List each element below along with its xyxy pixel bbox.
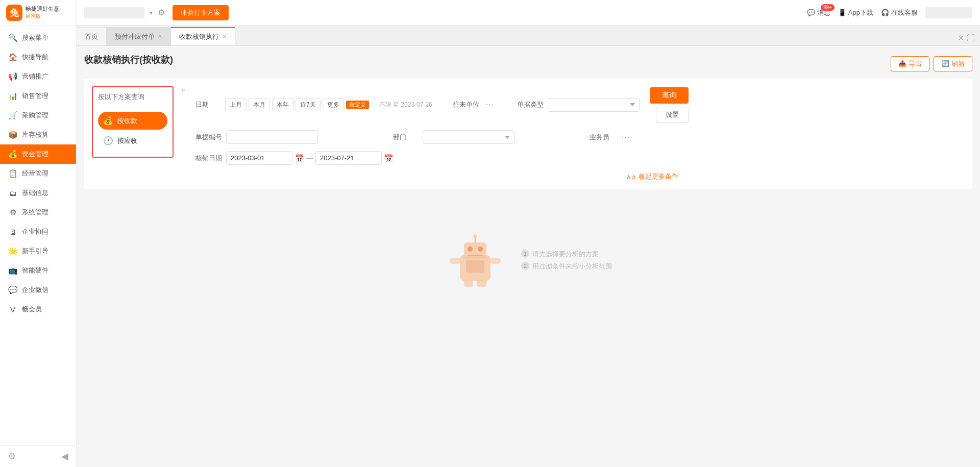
sidebar-item-system[interactable]: ⚙系统管理 bbox=[0, 203, 76, 222]
sidebar-label-inventory: 库存核算 bbox=[22, 130, 48, 139]
date-btn-last-month[interactable]: 上月 bbox=[225, 99, 247, 111]
sidebar-label-guide: 新手引导 bbox=[22, 247, 48, 256]
sidebar-item-hardware[interactable]: 📺智能硬件 bbox=[0, 261, 76, 280]
filter-receipt-icon: 💰 bbox=[103, 116, 113, 126]
export-button[interactable]: 📤 导出 bbox=[891, 56, 929, 71]
export-label: 导出 bbox=[909, 59, 922, 68]
tabbar-close-all[interactable]: ✕ bbox=[958, 33, 964, 43]
main-area: ▾ ⚙ 体验行业方案 💬 消息 99+ 📱 App下载 🎧 在线客服 首页 bbox=[77, 0, 980, 467]
app-name-block: 畅捷通好生意 标准版 bbox=[26, 5, 59, 19]
sidebar-label-base-info: 基础信息 bbox=[22, 188, 48, 198]
sidebar-item-purchase[interactable]: 🛒采购管理 bbox=[0, 106, 76, 125]
writeoff-date-field: 核销日期 📅 — 📅 bbox=[195, 151, 393, 165]
refresh-button[interactable]: 🔄 刷新 bbox=[934, 56, 972, 71]
staff-dots[interactable]: ··· bbox=[619, 133, 632, 142]
sidebar-item-search[interactable]: 🔍搜索菜单 bbox=[0, 28, 76, 47]
date-btn-this-year[interactable]: 本年 bbox=[272, 99, 293, 111]
tab-prepay-close[interactable]: ✕ bbox=[158, 33, 162, 40]
filter-by-receivable[interactable]: 🕐 按应收 bbox=[98, 132, 167, 150]
app-edition: 标准版 bbox=[26, 13, 59, 20]
svg-rect-8 bbox=[489, 258, 501, 264]
app-download-action[interactable]: 📱 App下载 bbox=[838, 8, 873, 17]
writeoff-date-group: 📅 — 📅 bbox=[226, 151, 393, 165]
tab-receipt-writeoff[interactable]: 收款核销执行 ✕ bbox=[171, 27, 235, 45]
date-quick-buttons: 上月 本月 本年 近7天 更多 自定义 bbox=[225, 99, 369, 111]
sidebar-item-operations[interactable]: 📋经营管理 bbox=[0, 164, 76, 183]
sidebar-icon-shortcuts: 🏠 bbox=[8, 53, 18, 62]
date-btn-7days[interactable]: 近7天 bbox=[296, 99, 321, 111]
sidebar-label-marketing: 营销推广 bbox=[22, 72, 48, 81]
writeoff-date-end-calendar[interactable]: 📅 bbox=[384, 154, 393, 162]
writeoff-date-start-input[interactable] bbox=[226, 151, 292, 165]
sidebar-menu: 🔍搜索菜单🏠快捷导航📢营销推广📊销售管理🛒采购管理📦库存核算💰资金管理📋经营管理… bbox=[0, 26, 76, 445]
message-action[interactable]: 💬 消息 99+ bbox=[807, 8, 830, 17]
settings-button[interactable]: 设置 bbox=[656, 107, 689, 123]
collapse-more-button[interactable]: ∧∧ 收起更多条件 bbox=[195, 172, 689, 181]
partner-dots[interactable]: ··· bbox=[483, 100, 497, 109]
voucher-no-input[interactable] bbox=[226, 130, 318, 144]
sidebar-item-enterprise[interactable]: 🗓企业协同 bbox=[0, 222, 76, 241]
date-btn-more[interactable]: 更多 bbox=[323, 99, 344, 111]
solution-button[interactable]: 体验行业方案 bbox=[173, 5, 229, 20]
sidebar-icon-base-info: 🗂 bbox=[8, 189, 18, 198]
sidebar-item-base-info[interactable]: 🗂基础信息 bbox=[0, 183, 76, 203]
topbar-actions: 💬 消息 99+ 📱 App下载 🎧 在线客服 bbox=[807, 7, 972, 18]
sidebar-item-finance[interactable]: 💰资金管理 bbox=[0, 144, 76, 164]
user-avatar[interactable] bbox=[925, 7, 972, 18]
sidebar-label-system: 系统管理 bbox=[22, 208, 48, 217]
tab-prepay[interactable]: 预付冲应付单 ✕ bbox=[107, 27, 171, 45]
sidebar-item-wechat[interactable]: 💬企业微信 bbox=[0, 280, 76, 300]
svg-point-6 bbox=[473, 234, 477, 238]
writeoff-date-end-input[interactable] bbox=[315, 151, 382, 165]
filter-by-receipt[interactable]: 💰 按收款 bbox=[98, 112, 167, 130]
collapse-label: 收起更多条件 bbox=[639, 172, 678, 181]
form-row-3: 核销日期 📅 — 📅 bbox=[195, 151, 689, 165]
sidebar-collapse-icon[interactable]: ◀ bbox=[61, 451, 68, 462]
writeoff-date-start-calendar[interactable]: 📅 bbox=[295, 154, 304, 162]
voucher-no-field: 单据编号 bbox=[195, 130, 318, 144]
hint-num-1: 1 bbox=[521, 250, 529, 258]
svg-rect-4 bbox=[468, 255, 482, 256]
form-row-2: 单据编号 部门 业务员 ··· bbox=[195, 130, 689, 144]
app-logo-icon: 兔 bbox=[6, 5, 22, 21]
sidebar-label-purchase: 采购管理 bbox=[22, 111, 48, 120]
sidebar-item-sales[interactable]: 📊销售管理 bbox=[0, 86, 76, 106]
tab-receipt-writeoff-label: 收款核销执行 bbox=[179, 32, 219, 41]
voucher-no-label: 单据编号 bbox=[195, 133, 222, 142]
app-name: 畅捷通好生意 bbox=[26, 5, 59, 12]
dept-field: 部门 bbox=[393, 130, 514, 144]
query-button[interactable]: 查询 bbox=[650, 87, 689, 104]
empty-hint-1: 1 请先选择要分析的方案 bbox=[521, 250, 612, 259]
page-title: 收款核销执行(按收款) bbox=[84, 54, 173, 66]
filter-receipt-label: 按收款 bbox=[117, 116, 137, 126]
date-btn-this-month[interactable]: 本月 bbox=[249, 99, 270, 111]
export-icon: 📤 bbox=[898, 60, 906, 67]
sidebar-item-guide[interactable]: 🌟新手引导 bbox=[0, 241, 76, 261]
svg-rect-10 bbox=[477, 280, 486, 287]
online-service-label: 在线客服 bbox=[891, 8, 918, 17]
topbar-dropdown-icon[interactable]: ▾ bbox=[150, 9, 153, 16]
page-content: 收款核销执行(按收款) 📤 导出 🔄 刷新 按以下方案查询 💰 bbox=[77, 46, 980, 467]
sidebar-label-member: 畅会员 bbox=[22, 305, 42, 314]
form-row-1: 日期 上月 本月 本年 近7天 更多 自定义 不限 至 2023-0 bbox=[195, 86, 689, 123]
dept-select[interactable] bbox=[423, 130, 514, 144]
online-service-action[interactable]: 🎧 在线客服 bbox=[881, 8, 918, 17]
sidebar-item-inventory[interactable]: 📦库存核算 bbox=[0, 125, 76, 144]
topbar-brand bbox=[84, 7, 144, 18]
sidebar-settings-icon[interactable]: ⚙ bbox=[8, 451, 16, 462]
tab-receipt-writeoff-close[interactable]: ✕ bbox=[222, 34, 227, 40]
empty-robot-svg bbox=[445, 230, 506, 291]
panel-collapse-button[interactable]: » bbox=[179, 86, 188, 93]
voucher-type-select[interactable] bbox=[548, 98, 640, 112]
sidebar-icon-search: 🔍 bbox=[8, 33, 18, 42]
tabbar-maximize[interactable]: ⛶ bbox=[967, 34, 975, 43]
sidebar-icon-wechat: 💬 bbox=[8, 285, 18, 294]
sidebar-item-member[interactable]: V畅会员 bbox=[0, 300, 76, 319]
tab-home[interactable]: 首页 bbox=[77, 27, 107, 45]
sidebar-icon-hardware: 📺 bbox=[8, 266, 18, 275]
sidebar-item-marketing[interactable]: 📢营销推广 bbox=[0, 67, 76, 86]
topbar-gear-icon[interactable]: ⚙ bbox=[158, 8, 165, 17]
sidebar-item-shortcuts[interactable]: 🏠快捷导航 bbox=[0, 47, 76, 67]
tab-prepay-label: 预付冲应付单 bbox=[115, 32, 155, 41]
message-badge: 99+ bbox=[821, 4, 835, 11]
